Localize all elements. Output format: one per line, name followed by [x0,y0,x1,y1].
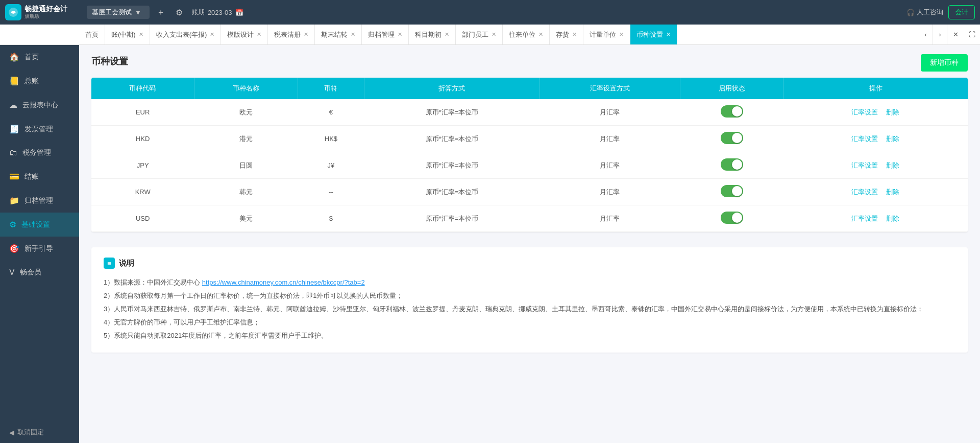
tab-----[interactable]: 币种设置✕ [630,25,677,44]
enabled-toggle-cell [680,99,783,126]
tab---[interactable]: 存货✕ [550,25,583,44]
tab-close-icon[interactable]: ✕ [572,31,577,38]
new-currency-button[interactable]: 新增币种 [921,54,968,72]
add-tab-button[interactable]: ＋ [154,5,168,19]
rate-setting-link[interactable]: 汇率设置 [851,108,878,116]
sidebar-item-home[interactable]: 🏠首页 [0,45,79,69]
tab-----[interactable]: 计量单位✕ [583,25,630,44]
delete-link[interactable]: 删除 [886,188,899,196]
toggle-knob [732,186,742,196]
tab-close-icon[interactable]: ✕ [445,31,449,38]
calendar-icon[interactable]: 📅 [235,9,243,16]
tab-next-button[interactable]: › [933,25,947,44]
delete-link[interactable]: 删除 [886,135,899,143]
delete-link[interactable]: 删除 [886,108,899,116]
table-cell: EUR [91,99,194,126]
sidebar-pin-button[interactable]: ◀ 取消固定 [0,422,79,443]
sidebar-label-home: 首页 [24,53,39,62]
table-cell: USD [91,205,194,232]
page-title: 币种设置 [91,55,968,67]
headset-icon: 🎧 [906,9,915,16]
table-cell: 月汇率 [540,152,680,179]
tab-----[interactable]: 税表清册✕ [268,25,315,44]
enabled-toggle[interactable] [721,212,743,224]
enabled-toggle[interactable] [721,132,743,144]
account-button[interactable]: 会计 [948,5,975,19]
table-cell: 美元 [194,205,298,232]
chevron-down-icon: ▼ [135,9,141,16]
period-display: 账期 2023-03 📅 [191,8,243,17]
settings-icon[interactable]: ⚙ [172,5,186,19]
tab-close-icon[interactable]: ✕ [139,31,143,38]
tab-close-icon[interactable]: ✕ [666,31,671,38]
sidebar-label-checkout: 结账 [24,172,39,181]
sidebar-label-invoice: 发票管理 [24,125,53,134]
col-header: 币种代码 [91,78,194,99]
table-cell: KRW [91,179,194,205]
tab-----[interactable]: 科目期初✕ [409,25,456,44]
tab-----[interactable]: 归档管理✕ [362,25,409,44]
notice-icon: ≡ [104,258,115,269]
tab---[interactable]: 首页 [79,25,105,44]
app-edition: 旗舰版 [24,13,67,20]
table-header-row: 币种代码币种名称币符折算方式汇率设置方式启用状态操作 [91,78,968,99]
table-row: EUR欧元€原币*汇率=本位币月汇率汇率设置删除 [91,99,968,126]
sidebar-item-archive[interactable]: 📁归档管理 [0,189,79,213]
tab-close-icon[interactable]: ✕ [210,31,214,38]
table-cell: 月汇率 [540,126,680,152]
tab-close-icon[interactable]: ✕ [398,31,402,38]
tab-close-icon[interactable]: ✕ [619,31,624,38]
sidebar-item-checkout[interactable]: 💳结账 [0,165,79,189]
notice-link[interactable]: https://www.chinamoney.com.cn/chinese/bk… [202,278,365,286]
tab-close-icon[interactable]: ✕ [351,31,355,38]
sidebar-label-guide: 新手引导 [24,244,53,253]
table-cell: 原币*汇率=本位币 [364,205,540,232]
archive-icon: 📁 [9,196,19,205]
enabled-toggle[interactable] [721,105,743,118]
action-cell: 汇率设置删除 [783,126,968,152]
tab------[interactable]: 账(中期)✕ [105,25,150,44]
project-selector[interactable]: 基层工会测试 ▼ [87,6,150,19]
tab-prev-button[interactable]: ‹ [919,25,933,44]
tab----------[interactable]: 收入支出表(年报)✕ [150,25,222,44]
tab-close-icon[interactable]: ✕ [304,31,308,38]
sidebar-item-member[interactable]: V畅会员 [0,261,79,284]
pin-icon: ◀ [9,429,14,436]
notice-item: 1）数据来源：中国外汇交易中心 https://www.chinamoney.c… [104,276,955,289]
sidebar-item-ledger[interactable]: 📒总账 [0,69,79,93]
sidebar-item-guide[interactable]: 🎯新手引导 [0,237,79,261]
tab-----[interactable]: 模版设计✕ [221,25,268,44]
tab-close-all-button[interactable]: ✕ [947,25,964,44]
tab-close-icon[interactable]: ✕ [538,31,543,38]
consult-button[interactable]: 🎧 人工咨询 [906,8,943,17]
sidebar-item-reports[interactable]: ☁云报表中心 [0,93,79,117]
sidebar: 🏠首页📒总账☁云报表中心🧾发票管理🗂税务管理💳结账📁归档管理⚙基础设置🎯新手引导… [0,45,79,443]
notice-item: 3）人民币对马来西亚林吉特、俄罗斯卢布、南非兰特、韩元、阿联酋迪拉姆、沙特里亚尔… [104,302,955,316]
table-cell: 欧元 [194,99,298,126]
tab-----[interactable]: 期末结转✕ [315,25,362,44]
logo-area: 畅捷通好会计 旗舰版 [5,4,84,20]
tab-----[interactable]: 往来单位✕ [503,25,550,44]
enabled-toggle[interactable] [721,158,743,171]
delete-link[interactable]: 删除 [886,161,899,169]
tab-close-icon[interactable]: ✕ [492,31,496,38]
page-header: 币种设置 新增币种 [91,55,968,78]
sidebar-item-invoice[interactable]: 🧾发票管理 [0,117,79,141]
notice-title: ≡ 说明 [104,258,955,269]
toggle-knob [732,133,742,143]
rate-setting-link[interactable]: 汇率设置 [851,161,878,169]
delete-link[interactable]: 删除 [886,215,899,222]
sidebar-item-tax[interactable]: 🗂税务管理 [0,141,79,165]
rate-setting-link[interactable]: 汇率设置 [851,135,878,143]
rate-setting-link[interactable]: 汇率设置 [851,188,878,196]
rate-setting-link[interactable]: 汇率设置 [851,215,878,222]
enabled-toggle[interactable] [721,185,743,197]
main-layout: 🏠首页📒总账☁云报表中心🧾发票管理🗂税务管理💳结账📁归档管理⚙基础设置🎯新手引导… [0,45,980,443]
tab-maximize-button[interactable]: ⛶ [964,25,980,44]
checkout-icon: 💳 [9,172,19,181]
tab-close-icon[interactable]: ✕ [257,31,261,38]
sidebar-item-settings[interactable]: ⚙基础设置 [0,213,79,237]
pin-label: 取消固定 [17,428,44,437]
table-cell: 韩元 [194,179,298,205]
tab-----[interactable]: 部门员工✕ [456,25,503,44]
